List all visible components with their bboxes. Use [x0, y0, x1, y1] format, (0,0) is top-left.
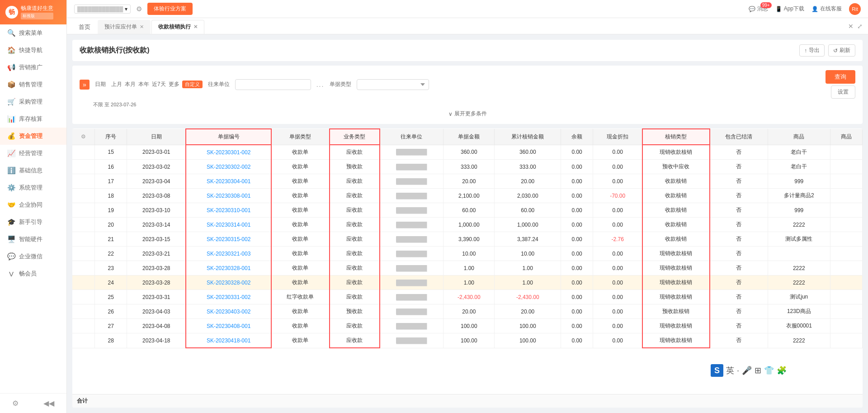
expand-row: ∨ 展开更多条件	[80, 108, 855, 119]
messages-badge: 99+	[760, 2, 772, 8]
sidebar-item-quicknav[interactable]: 🏠 快捷导航	[0, 42, 66, 59]
refresh-label: 刷新	[840, 47, 850, 54]
wechat-icon: 💬	[7, 252, 15, 261]
expand-conditions-btn[interactable]: ∨ 展开更多条件	[448, 110, 487, 118]
breadcrumb-dropdown[interactable]: █████████████ ▾	[74, 5, 131, 14]
tab-receipt[interactable]: 收款核销执行 ✕	[151, 20, 204, 34]
chevron-down-icon: ▾	[125, 6, 127, 12]
sidebar-item-basic[interactable]: ℹ️ 基础信息	[0, 162, 66, 179]
th-counterparty: 往来单位	[380, 129, 443, 145]
tab-expand-icon[interactable]: ⤢	[857, 23, 863, 30]
filter-toggle-btn[interactable]: »	[80, 80, 90, 90]
sidebar-item-label: 企业微信	[19, 252, 42, 261]
tab-home[interactable]: 首页	[72, 20, 97, 34]
td-doc-no: SK-20230321-003	[186, 247, 271, 261]
sidebar-item-inventory[interactable]: 📊 库存核算	[0, 110, 66, 128]
refresh-button[interactable]: ↺ 刷新	[828, 44, 855, 57]
settings-icon[interactable]: ⚙	[136, 5, 142, 13]
sidebar-item-hardware[interactable]: 🖥️ 智能硬件	[0, 231, 66, 248]
app-download-item[interactable]: 📱 App下载	[775, 5, 804, 13]
td-goods: 999	[768, 203, 830, 218]
messages-item[interactable]: 💬 消息 99+	[749, 5, 768, 13]
date-this-year[interactable]: 本年	[138, 81, 149, 88]
td-doc-type: 收款单	[271, 275, 330, 290]
td-cancel-type: 预收款核销	[642, 304, 709, 319]
doc-no-link[interactable]: SK-20230308-001	[207, 193, 250, 199]
doc-no-link[interactable]: SK-20230331-002	[207, 294, 250, 300]
sidebar-settings-btn[interactable]: ⚙	[9, 397, 22, 409]
sidebar-collapse-btn[interactable]: ◀◀	[40, 397, 58, 409]
td-discount: 0.00	[593, 145, 643, 160]
td-discount: 0.00	[593, 304, 643, 319]
sidebar-item-system[interactable]: ⚙️ 系统管理	[0, 179, 66, 196]
doc-no-link[interactable]: SK-20230301-002	[207, 149, 250, 156]
sidebar-item-operation[interactable]: 📈 经营管理	[0, 145, 66, 162]
doc-no-link[interactable]: SK-20230315-002	[207, 236, 250, 242]
doc-no-link[interactable]: SK-20230418-001	[207, 337, 250, 344]
doc-no-link[interactable]: SK-20230408-001	[207, 323, 250, 329]
td-doc-type: 收款单	[271, 333, 330, 348]
date-custom-btn[interactable]: 自定义	[182, 81, 203, 88]
sidebar-item-finance[interactable]: 💰 资金管理	[0, 128, 66, 145]
td-doc-no: SK-20230302-002	[186, 160, 271, 174]
td-goods2	[830, 218, 862, 232]
tab-close-icon[interactable]: ✕	[140, 24, 144, 30]
doc-no-link[interactable]: SK-20230321-003	[207, 251, 250, 257]
sidebar-item-search[interactable]: 🔍 搜索菜单	[0, 24, 66, 42]
sidebar-item-label: 资金管理	[19, 132, 42, 140]
td-included: 否	[710, 290, 768, 304]
home-tab-label: 首页	[79, 23, 90, 31]
table-row: 15 2023-03-01 SK-20230301-002 收款单 应收款 ██…	[72, 145, 863, 160]
sidebar-item-purchase[interactable]: 🛒 采购管理	[0, 93, 66, 110]
td-doc-no: SK-20230304-001	[186, 174, 271, 189]
sidebar-item-marketing[interactable]: 📢 营销推广	[0, 59, 66, 76]
date-last-month[interactable]: 上月	[111, 81, 122, 88]
td-date: 2023-03-02	[127, 160, 186, 174]
date-more[interactable]: 更多	[169, 81, 179, 88]
sidebar-item-sales[interactable]: 📦 销售管理	[0, 76, 66, 93]
counterparty-input[interactable]	[235, 79, 311, 90]
table-container[interactable]: ⚙ 序号 日期 单据编号 单据类型 业务类型 往来单位 单据金额 累计核销金额 …	[72, 128, 863, 394]
td-counterparty: ████████	[380, 160, 443, 174]
doc-no-link[interactable]: SK-20230328-002	[207, 280, 250, 286]
doc-no-link[interactable]: SK-20230304-001	[207, 178, 250, 185]
solution-button[interactable]: 体验行业方案	[147, 3, 193, 15]
doc-no-link[interactable]: SK-20230314-001	[207, 222, 250, 228]
doc-no-link[interactable]: SK-20230302-002	[207, 164, 250, 170]
doc-type-select[interactable]	[357, 79, 429, 90]
doc-no-link[interactable]: SK-20230328-001	[207, 265, 250, 271]
query-button[interactable]: 查询	[826, 70, 855, 84]
filter-settings-button[interactable]: 设置	[831, 85, 855, 99]
online-support-item[interactable]: 👤 在线客服	[811, 5, 842, 13]
export-button[interactable]: ↑ 导出	[799, 44, 825, 57]
td-verified: 60.00	[495, 203, 561, 218]
export-icon: ↑	[804, 47, 807, 54]
page-title: 收款核销执行(按收款)	[80, 46, 150, 55]
td-biz-type: 应收款	[330, 290, 379, 304]
tab-pending[interactable]: 预计应应付单 ✕	[98, 20, 151, 34]
sidebar-item-guide[interactable]: 🎓 新手引导	[0, 214, 66, 231]
th-date: 日期	[127, 129, 186, 145]
user-avatar[interactable]: Rit	[849, 3, 861, 15]
date-7days[interactable]: 近7天	[152, 81, 166, 88]
sidebar-item-label: 营销推广	[19, 63, 42, 71]
sidebar-item-member[interactable]: V 畅会员	[0, 265, 66, 282]
td-doc-type: 收款单	[271, 203, 330, 218]
date-this-month[interactable]: 本月	[125, 81, 136, 88]
sidebar-item-label: 采购管理	[19, 98, 42, 106]
sidebar-item-wechat[interactable]: 💬 企业微信	[0, 248, 66, 265]
sidebar-item-cooperation[interactable]: 🤝 企业协同	[0, 196, 66, 214]
td-amount: 100.00	[443, 319, 495, 333]
date-filter-label: 日期	[95, 81, 106, 88]
td-balance: 0.00	[561, 333, 593, 348]
td-date: 2023-03-04	[127, 174, 186, 189]
tab-close-all-icon[interactable]: ✕	[848, 23, 854, 30]
sidebar-footer: ⚙ ◀◀	[0, 393, 66, 413]
td-included: 否	[710, 174, 768, 189]
tab-close-active-icon[interactable]: ✕	[193, 24, 198, 30]
doc-no-link[interactable]: SK-20230403-002	[207, 309, 250, 315]
table-row: 21 2023-03-15 SK-20230315-002 收款单 应收款 ██…	[72, 232, 863, 247]
th-settings[interactable]: ⚙	[72, 129, 95, 145]
td-num: 18	[95, 189, 127, 203]
doc-no-link[interactable]: SK-20230310-001	[207, 207, 250, 214]
